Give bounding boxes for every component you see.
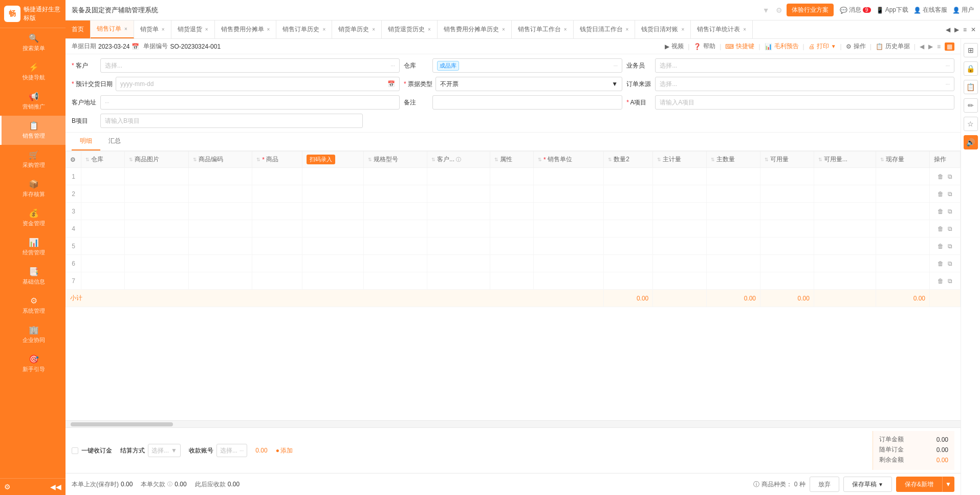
row-copy-btn[interactable]: ⧉ (948, 243, 952, 250)
message-btn[interactable]: 💬 消息 9 (840, 6, 871, 14)
tab-home[interactable]: 首页 (66, 20, 91, 38)
tab-invoice-history[interactable]: 销货单历史 × (332, 20, 382, 38)
tab-close-history[interactable]: × (322, 27, 325, 32)
shortcut-action[interactable]: ⌨ 快捷键 (725, 42, 754, 51)
right-panel-btn-6[interactable]: 🔊 (964, 135, 978, 149)
col-header-customer-code[interactable]: ⇅客户...ⓘ (427, 152, 490, 168)
user-btn[interactable]: 👤 用户 (952, 6, 974, 14)
tab-menu-btn[interactable]: ≡ (961, 26, 969, 33)
tab-close-invoice-history[interactable]: × (372, 27, 375, 32)
tab-prev-btn[interactable]: ◀ (944, 26, 952, 33)
tab-next-btn[interactable]: ▶ (952, 26, 961, 33)
tab-close-reconcile[interactable]: × (681, 27, 684, 32)
print-action[interactable]: 🖨 打印 ▼ (809, 42, 836, 51)
tab-huizong[interactable]: 汇总 (100, 133, 129, 150)
one-click-deposit-checkbox[interactable] (72, 447, 78, 454)
tab-close-sales-return[interactable]: × (205, 27, 208, 32)
col-header-gear[interactable]: ⚙ (66, 152, 81, 168)
save-dropdown-btn[interactable]: ▼ (942, 477, 954, 492)
sidebar-item-marketing[interactable]: 📢 营销推广 (0, 87, 66, 116)
tab-mingxi[interactable]: 明细 (72, 133, 100, 150)
tab-sales-expense[interactable]: 销售费用分摊单 × (215, 20, 277, 38)
account-select[interactable]: 选择... ··· (216, 444, 247, 457)
tab-sales-invoice[interactable]: 销货单 × (134, 20, 171, 38)
sidebar-item-system[interactable]: ⚙ 系统管理 (0, 291, 66, 320)
tab-daily-clear-workbench[interactable]: 钱货日清工作台 × (574, 20, 636, 38)
order-source-input[interactable]: 选择... ··· (655, 77, 954, 91)
discard-btn[interactable]: 放弃 (810, 477, 839, 492)
col-header-available2[interactable]: ⇅可用量... (814, 152, 876, 168)
right-panel-btn-5[interactable]: ☆ (964, 117, 978, 131)
right-panel-btn-4[interactable]: ✏ (964, 98, 978, 113)
tab-close-statistics[interactable]: × (743, 27, 746, 32)
col-header-product-image[interactable]: ⇅商品图片 (125, 152, 189, 168)
project-b-input[interactable]: 请输入B项目 (100, 114, 363, 128)
tab-close-sales-invoice[interactable]: × (162, 27, 165, 32)
row-delete-btn[interactable]: 🗑 (938, 277, 944, 285)
salesperson-input[interactable]: 选择... ··· (655, 58, 954, 73)
sidebar-item-finance[interactable]: 💰 资金管理 (0, 203, 66, 232)
draft-btn[interactable]: 保存草稿 ▼ (843, 477, 892, 492)
next-doc-btn[interactable]: ▶ (928, 43, 933, 50)
scrollbar-thumb[interactable] (71, 422, 173, 426)
row-copy-btn[interactable]: ⧉ (948, 208, 952, 215)
tab-sales-order-history[interactable]: 销售订单历史 × (276, 20, 332, 38)
col-header-main-qty[interactable]: ⇅主数量 (707, 152, 760, 168)
row-copy-btn[interactable]: ⧉ (948, 190, 952, 198)
right-panel-btn-2[interactable]: 🔒 (964, 61, 978, 76)
tab-close-workbench[interactable]: × (564, 27, 567, 32)
profit-action[interactable]: 📊 毛利预告 (765, 42, 799, 51)
app-download-btn[interactable]: 📱 App下载 (876, 6, 908, 14)
draft-dropdown-icon[interactable]: ▼ (878, 482, 883, 487)
col-header-warehouse[interactable]: ⇅仓库 (81, 152, 125, 168)
row-delete-btn[interactable]: 🗑 (938, 190, 944, 198)
industry-btn[interactable]: 体验行业方案 (787, 4, 834, 16)
row-delete-btn[interactable]: 🗑 (938, 243, 944, 250)
system-dropdown-btn[interactable]: ▼ (763, 6, 770, 14)
row-copy-btn[interactable]: ⧉ (948, 225, 952, 232)
warehouse-input[interactable]: 成品库 ··· (432, 58, 622, 73)
sidebar-collapse-btn[interactable]: ◀◀ (50, 483, 61, 491)
row-delete-btn[interactable]: 🗑 (938, 260, 944, 267)
list-view-btn[interactable]: ≡ (937, 43, 941, 50)
scan-input-btn[interactable]: 扫码录入 (307, 155, 335, 164)
sidebar-item-search[interactable]: 🔍 搜索菜单 (0, 28, 66, 57)
col-header-attribute[interactable]: ⇅属性 (490, 152, 533, 168)
row-copy-btn[interactable]: ⧉ (948, 260, 952, 267)
col-header-spec[interactable]: ⇅规格型号 (363, 152, 427, 168)
col-header-sales-unit[interactable]: ⇅*销售单位 (534, 152, 604, 168)
row-copy-btn[interactable]: ⧉ (948, 277, 952, 285)
col-header-product-code[interactable]: ⇅商品编码 (188, 152, 252, 168)
sidebar-item-inventory[interactable]: 📦 库存核算 (0, 174, 66, 203)
col-header-stock[interactable]: ⇅现存量 (876, 152, 930, 168)
ops-action[interactable]: ⚙ 操作 (846, 42, 866, 51)
online-service-btn[interactable]: 👤 在线客服 (913, 6, 947, 14)
sidebar-item-enterprise[interactable]: 🏢 企业协同 (0, 320, 66, 349)
system-settings-btn[interactable]: ⚙ (776, 6, 782, 14)
table-scrollbar[interactable] (66, 420, 961, 427)
print-dropdown-icon[interactable]: ▼ (831, 44, 836, 49)
project-a-input[interactable]: 请输入A项目 (655, 95, 954, 110)
sidebar-item-guide[interactable]: 🎯 新手引导 (0, 349, 66, 378)
add-account-btn[interactable]: ● 添加 (276, 446, 293, 455)
tab-sales-order[interactable]: 销售订单 × (91, 20, 134, 38)
save-new-btn[interactable]: 保存&新增 (896, 477, 942, 492)
tab-order-workbench[interactable]: 销售订单工作台 × (512, 20, 574, 38)
tab-close-daily-clear[interactable]: × (626, 27, 629, 32)
view-action[interactable]: ▶ 视频 (665, 42, 684, 51)
tab-close-return-history[interactable]: × (428, 27, 431, 32)
delivery-date-input[interactable]: yyyy-mm-dd 📅 (116, 77, 400, 91)
tab-statistics[interactable]: 销售订单统计表 × (691, 20, 753, 38)
tab-expense-history[interactable]: 销售费用分摊单历史 × (438, 20, 512, 38)
remark-input[interactable] (432, 95, 622, 110)
help-action[interactable]: ❓ 帮助 (693, 42, 715, 51)
tab-close-sales-expense[interactable]: × (267, 27, 270, 32)
right-panel-btn-3[interactable]: 📋 (964, 80, 978, 94)
customer-address-input[interactable]: ··· (100, 95, 400, 110)
row-delete-btn[interactable]: 🗑 (938, 225, 944, 232)
sidebar-item-sales[interactable]: 📋 销售管理 (0, 116, 66, 145)
sidebar-item-purchase[interactable]: 🛒 采购管理 (0, 145, 66, 174)
tab-daily-reconcile[interactable]: 钱货日清对账 × (635, 20, 691, 38)
sidebar-item-basic-info[interactable]: 📑 基础信息 (0, 262, 66, 291)
row-delete-btn[interactable]: 🗑 (938, 208, 944, 215)
